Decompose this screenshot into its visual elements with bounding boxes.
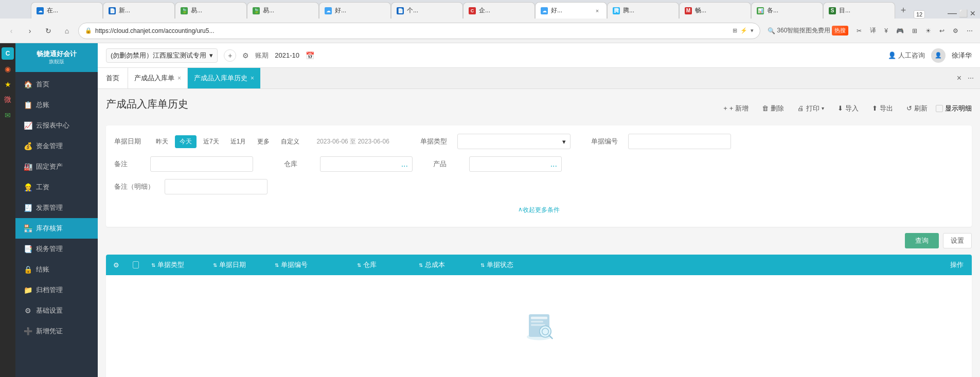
sidebar-item-inventory[interactable]: 🏪 库存核算 — [15, 218, 98, 239]
import-button[interactable]: ⬇ 导入 — [832, 102, 864, 115]
brightness-button[interactable]: ☀ — [922, 24, 934, 38]
settings-button[interactable]: ⚙ — [950, 24, 961, 38]
scissors-button[interactable]: ✂ — [853, 24, 865, 38]
icon-bar-item-3[interactable]: 微 — [2, 94, 14, 106]
maximize-button[interactable]: ⬜ — [959, 9, 968, 17]
setting-button[interactable]: 设置 — [943, 233, 972, 248]
new-tab-button[interactable]: + — [895, 2, 912, 19]
detail-remark-input[interactable] — [165, 179, 268, 194]
sidebar-item-tax[interactable]: 📑 税务管理 — [15, 239, 98, 259]
th-number[interactable]: ⇅ 单据编号 — [269, 260, 351, 270]
product-select[interactable]: ... — [469, 156, 562, 172]
date-btn-today[interactable]: 今天 — [175, 135, 197, 148]
browser-tab-6[interactable]: 📄 个... — [391, 2, 463, 19]
company-settings-button[interactable]: ⚙ — [242, 51, 249, 60]
sidebar-item-fixed[interactable]: 🏭 固定资产 — [15, 156, 98, 177]
sidebar-item-settings[interactable]: ⚙ 基础设置 — [15, 300, 98, 321]
date-btn-month[interactable]: 近1月 — [226, 135, 251, 148]
header-checkbox[interactable] — [133, 261, 139, 268]
browser-tab-11[interactable]: 📊 各... — [751, 2, 823, 19]
sidebar-item-invoice[interactable]: 🧾 发票管理 — [15, 198, 98, 218]
print-button[interactable]: 🖨 打印 ▾ — [792, 102, 829, 115]
th-checkbox[interactable] — [127, 261, 145, 268]
warehouse-select[interactable]: ... — [320, 156, 413, 172]
tab-list-close[interactable]: × — [177, 75, 181, 82]
browser-tab-10[interactable]: M 畅... — [679, 2, 751, 19]
game-button[interactable]: 🎮 — [893, 24, 907, 38]
add-button[interactable]: + + 新增 — [718, 102, 754, 115]
sidebar-item-new-voucher[interactable]: ➕ 新增凭证 — [15, 321, 98, 342]
search-button[interactable]: 查询 — [905, 233, 939, 248]
sidebar-item-ledger[interactable]: 📋 总账 — [15, 95, 98, 115]
th-warehouse[interactable]: ⇅ 仓库 — [351, 260, 413, 270]
translate-button[interactable]: 译 — [867, 24, 879, 38]
icon-bar-item-2[interactable]: ★ — [2, 78, 14, 91]
browser-tab-7[interactable]: C 企... — [463, 2, 535, 19]
tab-history-page[interactable]: 产成品入库单历史 × — [188, 68, 260, 88]
th-cost[interactable]: ⇅ 总成本 — [413, 260, 474, 270]
company-selector[interactable]: (勿删勿禁用）江西服宝测试专用 ▾ — [106, 48, 218, 63]
browser-tab-12[interactable]: S 目... — [823, 2, 895, 19]
type-select[interactable]: ▾ — [457, 134, 571, 149]
more-button[interactable]: ⋯ — [964, 24, 976, 38]
browser-tab-1[interactable]: ☁ 在... — [31, 2, 103, 19]
address-input[interactable]: 🔒 https://cloud.chanjet.com/accounting/u… — [78, 23, 760, 39]
sidebar-item-report[interactable]: 📈 云报表中心 — [15, 115, 98, 136]
minimize-button[interactable]: — — [948, 8, 957, 19]
browser-tab-5[interactable]: ☁ 好... — [319, 2, 391, 19]
delete-button[interactable]: 🗑 删除 — [757, 102, 789, 115]
close-icon-tab8[interactable]: × — [593, 7, 601, 15]
th-gear[interactable]: ⚙ — [106, 261, 127, 269]
breadcrumb-home[interactable]: 首页 — [98, 68, 128, 88]
yuan-button[interactable]: ¥ — [881, 24, 891, 38]
date-btn-custom[interactable]: 自定义 — [276, 135, 304, 148]
export-button[interactable]: ⬆ 导出 — [867, 102, 898, 115]
browser-tab-2[interactable]: 📄 新... — [103, 2, 175, 19]
icon-bar-item-1[interactable]: ◉ — [2, 63, 14, 75]
number-input[interactable] — [628, 134, 731, 149]
th-date[interactable]: ⇅ 单据日期 — [207, 260, 269, 270]
add-company-button[interactable]: + — [224, 49, 236, 62]
sidebar-item-home[interactable]: 🏠 首页 — [15, 74, 98, 95]
sidebar-item-checkout[interactable]: 🔒 结账 — [15, 259, 98, 280]
calendar-icon[interactable]: 📅 — [306, 51, 314, 60]
th-status[interactable]: ⇅ 单据状态 — [474, 260, 546, 270]
breadcrumb-home-label: 首页 — [106, 74, 119, 83]
collapse-row[interactable]: ∧ 收起更多条件 — [114, 202, 964, 219]
grid-view-button[interactable]: ⊞ — [909, 24, 920, 38]
user-avatar[interactable]: 👤 — [931, 48, 946, 63]
forward-button[interactable]: › — [23, 24, 37, 38]
tab-count-badge[interactable]: 12 — [914, 10, 925, 19]
sidebar-item-archive[interactable]: 📁 归档管理 — [15, 280, 98, 300]
date-btn-more[interactable]: 更多 — [253, 135, 274, 148]
date-btn-yesterday[interactable]: 昨天 — [151, 135, 173, 148]
tab-list-page[interactable]: 产成品入库单 × — [128, 68, 188, 88]
icon-bar-item-4[interactable]: ✉ — [2, 109, 14, 121]
chevron-down-icon[interactable]: ▾ — [751, 27, 754, 34]
undo-button[interactable]: ↩ — [936, 24, 948, 38]
panel-expand-icon[interactable]: ⋯ — [966, 73, 976, 84]
panel-close-icon[interactable]: × — [955, 71, 964, 85]
sidebar-item-fund[interactable]: 💰 资金管理 — [15, 136, 98, 156]
refresh-button[interactable]: ↻ — [41, 24, 56, 38]
sidebar-item-payroll[interactable]: 👷 工资 — [15, 177, 98, 198]
browser-tab-9[interactable]: 腾 腾... — [607, 2, 679, 19]
refresh-btn[interactable]: ↺ 刷新 — [901, 102, 933, 115]
product-dots-icon[interactable]: ... — [550, 159, 557, 169]
window-close-button[interactable]: ✕ — [970, 9, 976, 17]
show-detail-toggle[interactable]: 显示明细 — [936, 104, 972, 113]
remark-input[interactable] — [150, 156, 253, 172]
service-button[interactable]: 👤 人工咨询 — [888, 51, 925, 60]
th-type[interactable]: ⇅ 单据类型 — [145, 260, 207, 270]
home-button[interactable]: ⌂ — [60, 24, 74, 38]
browser-tab-3[interactable]: 🍃 易... — [175, 2, 247, 19]
browser-tab-8[interactable]: ☁ 好... × — [535, 2, 607, 19]
icon-bar-logo[interactable]: C — [2, 47, 14, 60]
back-button[interactable]: ‹ — [4, 24, 19, 38]
tab-history-close[interactable]: × — [251, 75, 254, 82]
date-btn-week[interactable]: 近7天 — [199, 135, 224, 148]
browser-tab-4[interactable]: 🍃 易... — [247, 2, 319, 19]
search-box[interactable]: 🔍 360智能抠图免费用 热搜 — [764, 24, 851, 38]
warehouse-dots-icon[interactable]: ... — [401, 159, 408, 169]
show-detail-checkbox[interactable] — [936, 105, 943, 112]
